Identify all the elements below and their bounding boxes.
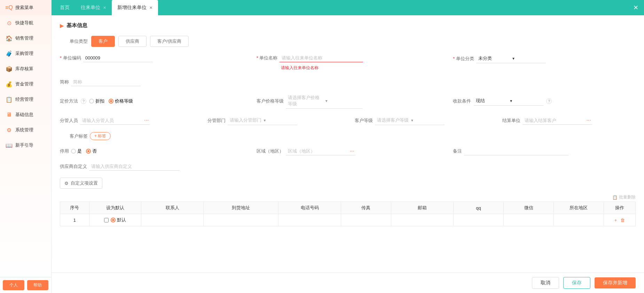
tab-partners[interactable]: 往来单位 ✕ <box>75 0 112 15</box>
sidebar-item-label: 搜索菜单 <box>15 5 33 11</box>
customer-level-field: 客户等级 请选择客户等级 ▼ <box>355 116 488 125</box>
unit-type-row: 单位类型 客户 供应商 客户/供应商 <box>60 36 636 47</box>
tab-home[interactable]: 首页 <box>54 0 75 15</box>
col-action: 操作 <box>604 202 635 214</box>
cell-contact[interactable] <box>141 214 203 226</box>
payment-help-icon[interactable]: ? <box>546 98 552 104</box>
settlement-input-group: ··· <box>523 116 592 125</box>
sidebar-item-operations[interactable]: 📋 经营管理 <box>0 92 51 107</box>
region-input[interactable] <box>286 147 348 155</box>
supplier-custom-input[interactable] <box>89 162 180 171</box>
sidebar-item-guide[interactable]: 📖 新手引导 <box>0 138 51 153</box>
customer-price-level-select[interactable]: 请选择客户价格等级 ▼ <box>286 93 362 109</box>
department-select[interactable]: 请输入分管部门 ▼ <box>228 116 297 125</box>
disabled-field: 停用 是 否 <box>60 148 243 154</box>
fax-input[interactable] <box>355 218 376 223</box>
phone-input[interactable] <box>296 218 324 223</box>
settlement-unit-input[interactable] <box>523 116 585 124</box>
contacts-table: 序号 设为默认 联系人 到货地址 电话号码 传真 邮箱 qq 微信 所在地区 操… <box>60 202 636 226</box>
yes-radio-circle <box>71 149 76 154</box>
sidebar-item-search[interactable]: ≡Q 搜索菜单 <box>0 0 51 15</box>
batch-delete-label[interactable]: 批量删除 <box>619 194 636 200</box>
unit-name-input[interactable] <box>280 54 363 62</box>
sidebar-item-quick-nav[interactable]: ⊙ 快捷导航 <box>0 15 51 31</box>
unit-code-input[interactable] <box>83 54 153 62</box>
default-label: 默认 <box>117 217 126 223</box>
radio-no[interactable]: 否 <box>86 148 97 154</box>
chevron-down-level: ▼ <box>410 119 442 122</box>
wechat-input[interactable] <box>518 218 539 223</box>
cell-wechat[interactable] <box>504 214 554 226</box>
cell-qq[interactable] <box>454 214 504 226</box>
qq-input[interactable] <box>468 218 489 223</box>
row-region-input[interactable] <box>568 218 589 223</box>
btn-both[interactable]: 客户/供应商 <box>150 36 189 47</box>
payment-terms-select[interactable]: 现结 ▼ <box>474 96 543 106</box>
region-dots-btn[interactable]: ··· <box>348 148 356 154</box>
contact-input[interactable] <box>158 218 186 223</box>
btn-supplier[interactable]: 供应商 <box>118 36 147 47</box>
cell-fax[interactable] <box>341 214 391 226</box>
sidebar-item-purchase[interactable]: 🧳 采购管理 <box>0 46 51 61</box>
disabled-label: 停用 <box>60 148 69 154</box>
short-name-input[interactable] <box>71 78 141 86</box>
remarks-input[interactable] <box>464 147 568 155</box>
chevron-down-icon3: ▼ <box>509 99 541 103</box>
form-row-1: 单位编码 单位名称 请输入往来单位名称 单位分类 未分类 ▼ <box>60 54 636 71</box>
add-tag-btn[interactable]: + 标签 <box>90 132 111 140</box>
personal-btn[interactable]: 个人 <box>3 280 24 290</box>
customer-level-label: 客户等级 <box>355 117 373 124</box>
cell-phone[interactable] <box>278 214 341 226</box>
sidebar: ≡Q 搜索菜单 ⊙ 快捷导航 🏠 销售管理 🧳 采购管理 📦 库存核算 💰 资金… <box>0 0 52 293</box>
manager-dots-btn[interactable]: ··· <box>143 117 150 123</box>
email-input[interactable] <box>408 218 436 223</box>
col-address: 到货地址 <box>204 202 278 214</box>
sidebar-item-inventory[interactable]: 📦 库存核算 <box>0 61 51 76</box>
supplier-custom-field: 供应商自定义 <box>60 162 199 171</box>
customize-settings-btn[interactable]: ⚙ 自定义项设置 <box>60 178 102 189</box>
sidebar-item-system[interactable]: ⚙ 系统管理 <box>0 122 51 138</box>
settlement-unit-field: 结算单位 ··· <box>502 116 636 125</box>
cell-region[interactable] <box>553 214 604 226</box>
save-button[interactable]: 保存 <box>563 277 590 289</box>
close-window-btn[interactable]: ✕ <box>630 4 641 11</box>
address-input[interactable] <box>223 218 258 223</box>
no-label: 否 <box>92 148 97 154</box>
batch-delete-area: 📋 批量删除 <box>60 194 636 200</box>
sidebar-item-sales[interactable]: 🏠 销售管理 <box>0 31 51 46</box>
sidebar-item-finance[interactable]: 💰 资金管理 <box>0 76 51 92</box>
default-checkbox[interactable] <box>104 218 109 222</box>
row-delete-btn[interactable]: 🗑 <box>620 218 625 223</box>
cell-email[interactable] <box>391 214 453 226</box>
discount-radio-circle <box>89 99 94 104</box>
cancel-button[interactable]: 取消 <box>532 277 559 289</box>
tab-new-partner[interactable]: 新增往来单位 ✕ <box>112 0 158 15</box>
region-field: 区域（地区） ··· <box>257 147 439 155</box>
save-new-button[interactable]: 保存并新增 <box>595 277 636 288</box>
yes-label: 是 <box>77 148 82 154</box>
search-icon: ≡Q <box>6 4 13 11</box>
radio-yes[interactable]: 是 <box>71 148 82 154</box>
col-qq: qq <box>454 202 504 214</box>
sidebar-item-label: 库存核算 <box>15 66 33 72</box>
row-add-btn[interactable]: + <box>614 218 617 223</box>
close-partners-tab[interactable]: ✕ <box>103 6 106 10</box>
help-btn[interactable]: 帮助 <box>27 280 49 290</box>
manager-input[interactable] <box>80 116 143 124</box>
sidebar-item-basic-info[interactable]: 🖥 基础信息 <box>0 107 51 122</box>
tab-bar: 首页 往来单位 ✕ 新增往来单位 ✕ ✕ <box>52 0 644 15</box>
pricing-help-icon[interactable]: ? <box>81 98 86 104</box>
unit-category-select[interactable]: 未分类 ▼ <box>476 54 546 63</box>
customer-level-select[interactable]: 请选择客户等级 ▼ <box>375 116 445 125</box>
row-default-radio[interactable]: 默认 <box>111 217 126 223</box>
radio-price-level[interactable]: 价格等级 <box>109 98 133 104</box>
close-new-partner-tab[interactable]: ✕ <box>149 6 152 10</box>
form-row-manager: 分管人员 ··· 分管部门 请输入分管部门 ▼ 客户等级 请选择客户等级 <box>60 116 636 125</box>
radio-discount[interactable]: 折扣 <box>89 98 104 104</box>
settlement-dots-btn[interactable]: ··· <box>585 117 592 123</box>
col-email: 邮箱 <box>391 202 453 214</box>
cell-address[interactable] <box>204 214 278 226</box>
btn-customer[interactable]: 客户 <box>91 36 115 47</box>
purchase-icon: 🧳 <box>6 50 13 57</box>
region-input-group: ··· <box>286 147 355 155</box>
